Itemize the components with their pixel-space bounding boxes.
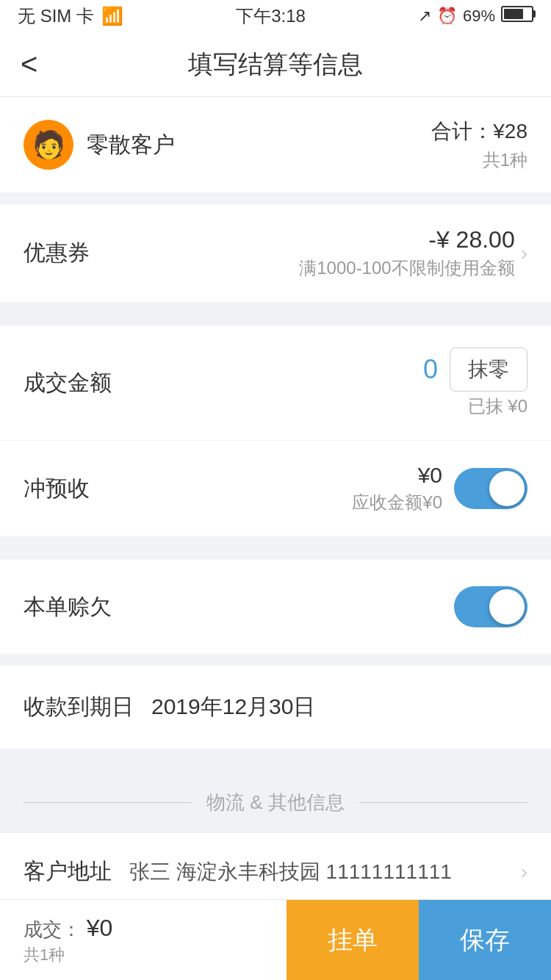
address-value: 张三 海淀永丰科技园 11111111111 (129, 858, 515, 886)
round-button[interactable]: 抹零 (450, 347, 527, 392)
bottom-deal-row: 成交： ¥0 (24, 915, 263, 943)
battery-percent: 69% (463, 7, 495, 26)
logistics-divider: 物流 & 其他信息 (0, 772, 551, 833)
prepay-amount: ¥0 (352, 463, 442, 488)
customer-avatar: 🧑 (24, 120, 73, 170)
transaction-right: 0 抹零 已抹 ¥0 (394, 347, 527, 418)
transaction-label: 成交金额 (24, 368, 112, 398)
transaction-row: 成交金额 0 抹零 已抹 ¥0 (0, 325, 551, 441)
status-right: ↗ ⏰ 69% (418, 6, 533, 26)
coupon-desc: 满1000-100不限制使用金额 (299, 256, 514, 280)
section-divider-2 (0, 548, 551, 560)
amount-input-area: 0 抹零 (394, 347, 527, 392)
prepay-label: 冲预收 (24, 474, 90, 504)
bottom-count: 共1种 (24, 944, 263, 966)
coupon-row[interactable]: 优惠券 -¥ 28.00 满1000-100不限制使用金额 › (0, 204, 551, 302)
address-label: 客户地址 (24, 857, 112, 887)
prepay-info: ¥0 应收金额¥0 (352, 463, 442, 514)
customer-left: 🧑 零散客户 (24, 120, 175, 170)
coupon-amount: -¥ 28.00 (299, 226, 514, 253)
credit-toggle-knob (489, 589, 525, 624)
back-button[interactable]: < (21, 48, 37, 81)
transaction-section: 成交金额 0 抹零 已抹 ¥0 冲预收 ¥0 应收金额¥0 (0, 325, 551, 536)
date-value: 2019年12月30日 (151, 692, 315, 722)
logistics-label: 物流 & 其他信息 (206, 790, 345, 815)
prepay-row: 冲预收 ¥0 应收金额¥0 (0, 441, 551, 536)
section-divider-1 (0, 314, 551, 325)
status-time: 下午3:18 (236, 4, 306, 28)
credit-row: 本单赊欠 (0, 560, 551, 654)
hold-button[interactable]: 挂单 (287, 900, 419, 981)
credit-section: 本单赊欠 (0, 560, 551, 654)
transaction-sub-text: 已抹 ¥0 (394, 394, 527, 418)
bottom-summary: 成交： ¥0 共1种 (0, 915, 287, 966)
date-row[interactable]: 收款到期日 2019年12月30日 (0, 666, 551, 749)
section-divider-3 (0, 760, 551, 772)
chevron-right-icon: › (521, 242, 527, 265)
customer-count: 共1种 (431, 148, 527, 172)
customer-right: 合计：¥28 共1种 (431, 118, 527, 172)
nav-bar: < 填写结算等信息 (0, 32, 551, 97)
toggle-knob (489, 471, 525, 506)
bottom-deal-amount: ¥0 (87, 915, 113, 941)
date-label: 收款到期日 (24, 692, 134, 722)
coupon-row-right: -¥ 28.00 满1000-100不限制使用金额 › (299, 226, 527, 280)
customer-section: 🧑 零散客户 合计：¥28 共1种 (0, 97, 551, 192)
content-area: 🧑 零散客户 合计：¥28 共1种 优惠券 -¥ 28.00 满1000-100… (0, 97, 551, 980)
address-chevron-icon: › (521, 860, 527, 884)
credit-label: 本单赊欠 (24, 592, 112, 622)
prepay-right: ¥0 应收金额¥0 (352, 463, 527, 514)
wifi-icon: 📶 (101, 6, 123, 26)
customer-name: 零散客户 (87, 130, 175, 160)
transaction-value[interactable]: 0 (394, 354, 438, 385)
customer-total: 合计：¥28 (431, 118, 527, 145)
nav-title: 填写结算等信息 (188, 48, 363, 82)
divider-line-left (24, 802, 192, 803)
location-icon: ↗ (418, 7, 431, 26)
coupon-section: 优惠券 -¥ 28.00 满1000-100不限制使用金额 › (0, 204, 551, 302)
prepay-sub: 应收金额¥0 (352, 491, 442, 514)
bottom-deal-label: 成交： (24, 918, 81, 940)
status-left: 无 SIM 卡 📶 (18, 4, 123, 28)
credit-toggle[interactable] (454, 586, 527, 627)
divider-line-right (359, 802, 527, 803)
alarm-icon: ⏰ (437, 7, 457, 26)
coupon-label: 优惠券 (24, 238, 90, 268)
bottom-bar: 成交： ¥0 共1种 挂单 保存 (0, 899, 551, 980)
avatar-icon: 🧑 (32, 129, 65, 160)
prepay-toggle[interactable] (454, 468, 527, 509)
status-bar: 无 SIM 卡 📶 下午3:18 ↗ ⏰ 69% (0, 0, 551, 32)
carrier-text: 无 SIM 卡 (18, 4, 94, 28)
coupon-info: -¥ 28.00 满1000-100不限制使用金额 (299, 226, 514, 280)
battery-icon (501, 6, 533, 26)
save-button[interactable]: 保存 (419, 900, 551, 981)
